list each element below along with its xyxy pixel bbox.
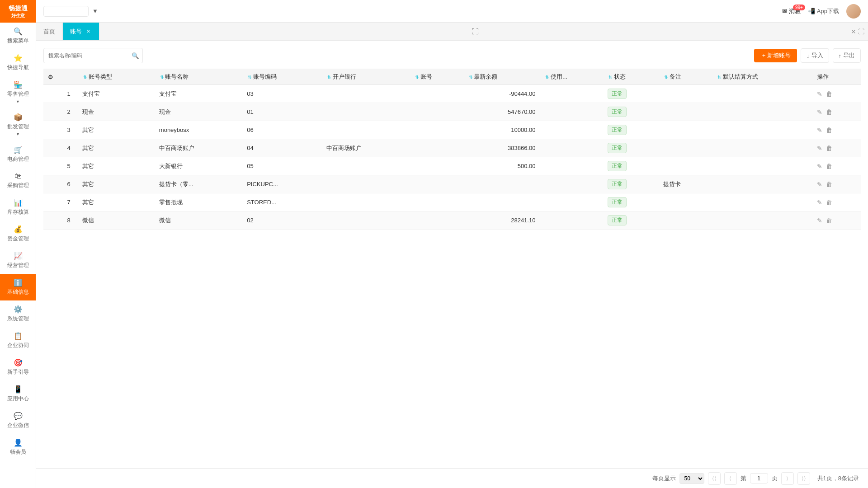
toolbar-right: + 新增账号 ↓ 导入 ↑ 导出 xyxy=(754,48,861,63)
sidebar-item-wholesale-mgmt[interactable]: 📦 批发管理 ▼ xyxy=(0,108,36,141)
pagination: 每页显示 50 20 100 ⟨⟨ ⟨ 第 页 ⟩ ⟩⟩ 共1页，8条记录 xyxy=(36,468,868,488)
sidebar-item-app-center[interactable]: 📱 应用中心 xyxy=(0,380,36,407)
status-badge: 正常 xyxy=(608,215,627,225)
app-download-button[interactable]: 📲 App下载 xyxy=(808,7,839,15)
delete-icon[interactable]: 🗑 xyxy=(826,127,832,134)
column-name[interactable]: ⇅ 账号名称 xyxy=(155,69,242,85)
status-badge: 正常 xyxy=(608,197,627,207)
tab-account[interactable]: 账号 ✕ xyxy=(63,23,99,40)
prev-page-button[interactable]: ⟨ xyxy=(724,472,737,485)
sidebar-item-sys-mgmt[interactable]: ⚙️ 系统管理 xyxy=(0,300,36,327)
column-balance-sort-icon: ⇅ xyxy=(469,75,472,80)
tab-expand-button[interactable]: ⛶ xyxy=(466,23,484,40)
row-num: 6 xyxy=(60,175,78,193)
sidebar-item-label: 企业协同 xyxy=(7,342,29,349)
column-gear[interactable]: ⚙ xyxy=(43,69,60,85)
row-account xyxy=(410,211,463,230)
delete-icon[interactable]: 🗑 xyxy=(826,181,832,188)
per-page-label: 每页显示 xyxy=(652,474,676,483)
row-usage xyxy=(540,139,603,157)
row-remark xyxy=(659,85,712,103)
row-status: 正常 xyxy=(603,157,659,175)
sidebar-item-quick-nav[interactable]: ⭐ 快捷导航 xyxy=(0,49,36,76)
row-num: 5 xyxy=(60,157,78,175)
edit-icon[interactable]: ✎ xyxy=(817,199,822,206)
user-avatar[interactable] xyxy=(846,4,861,19)
window-close-icon[interactable]: ✕ xyxy=(851,28,856,35)
sidebar-item-inventory[interactable]: 📊 库存核算 xyxy=(0,194,36,221)
row-num: 2 xyxy=(60,103,78,121)
edit-icon[interactable]: ✎ xyxy=(817,163,822,170)
delete-icon[interactable]: 🗑 xyxy=(826,90,832,98)
sidebar-item-new-guide[interactable]: 🎯 新手引导 xyxy=(0,354,36,380)
import-button[interactable]: ↓ 导入 xyxy=(801,48,829,63)
column-balance[interactable]: ⇅ 最新余额 xyxy=(463,69,540,85)
sidebar-item-label: 系统管理 xyxy=(7,315,29,323)
column-code[interactable]: ⇅ 账号编码 xyxy=(242,69,322,85)
table-row: 8 微信 微信 02 28241.10 正常 ✎ 🗑 xyxy=(43,211,861,230)
column-bank[interactable]: ⇅ 开户银行 xyxy=(322,69,410,85)
next-page-button[interactable]: ⟩ xyxy=(781,472,794,485)
column-status[interactable]: ⇅ 状态 xyxy=(603,69,659,85)
edit-icon[interactable]: ✎ xyxy=(817,90,822,98)
row-balance: -90444.00 xyxy=(463,85,540,103)
search-input[interactable] xyxy=(44,50,128,61)
import-label: 导入 xyxy=(811,52,823,60)
delete-icon[interactable]: 🗑 xyxy=(826,217,832,224)
first-page-button[interactable]: ⟨⟨ xyxy=(708,472,721,485)
message-button[interactable]: ✉ 消息 99+ xyxy=(782,7,801,15)
header-search-input[interactable] xyxy=(43,6,89,17)
row-num: 4 xyxy=(60,139,78,157)
column-remark[interactable]: ⇅ 备注 xyxy=(659,69,712,85)
column-account[interactable]: ⇅ 账号 xyxy=(410,69,463,85)
row-remark xyxy=(659,121,712,139)
sidebar-item-enterprise-wx[interactable]: 💬 企业微信 xyxy=(0,407,36,434)
column-type[interactable]: ⇅ 账号类型 xyxy=(78,69,155,85)
window-maximize-icon[interactable]: ⛶ xyxy=(858,28,864,35)
tab-expand-icon: ⛶ xyxy=(472,28,479,36)
search-button[interactable]: 🔍 xyxy=(128,48,142,63)
sidebar-item-basic-info[interactable]: ℹ️ 基础信息 xyxy=(0,274,36,300)
edit-icon[interactable]: ✎ xyxy=(817,127,822,134)
page-size-select[interactable]: 50 20 100 xyxy=(679,473,704,484)
top-header: ▼ ✉ 消息 99+ 📲 App下载 xyxy=(36,0,868,23)
edit-icon[interactable]: ✎ xyxy=(817,217,822,224)
edit-icon[interactable]: ✎ xyxy=(817,181,822,188)
last-page-button[interactable]: ⟩⟩ xyxy=(797,472,810,485)
row-gear xyxy=(43,157,60,175)
header-dropdown[interactable]: ▼ xyxy=(92,8,98,14)
row-action: ✎ 🗑 xyxy=(812,157,861,175)
header-search-area: ▼ xyxy=(43,6,98,17)
delete-icon[interactable]: 🗑 xyxy=(826,108,832,116)
row-type: 微信 xyxy=(78,211,155,230)
sidebar-item-ops-mgmt[interactable]: 📈 经营管理 xyxy=(0,247,36,274)
delete-icon[interactable]: 🗑 xyxy=(826,163,832,170)
edit-icon[interactable]: ✎ xyxy=(817,108,822,116)
tab-close-button[interactable]: ✕ xyxy=(85,28,92,35)
row-type: 其它 xyxy=(78,121,155,139)
sidebar-item-enterprise-agreement[interactable]: 📋 企业协同 xyxy=(0,327,36,354)
sidebar-item-purchase-mgmt[interactable]: 🛍 采购管理 xyxy=(0,168,36,194)
sidebar-item-retail-mgmt[interactable]: 🏪 零售管理 ▼ xyxy=(0,76,36,108)
sidebar-item-label: 资金管理 xyxy=(7,235,29,243)
main-content: ▼ ✉ 消息 99+ 📲 App下载 首页 账号 ✕ ⛶ xyxy=(36,0,868,488)
page-label: 第 xyxy=(741,474,746,483)
tab-home[interactable]: 首页 xyxy=(36,23,63,40)
row-action: ✎ 🗑 xyxy=(812,193,861,211)
sidebar-item-member[interactable]: 👤 畅会员 xyxy=(0,434,36,460)
table-row: 3 其它 moneybosx 06 10000.00 正常 ✎ 🗑 xyxy=(43,121,861,139)
add-account-button[interactable]: + 新增账号 xyxy=(754,49,797,62)
row-balance xyxy=(463,193,540,211)
page-input[interactable] xyxy=(750,473,768,483)
column-default-settlement[interactable]: ⇅ 默认结算方式 xyxy=(712,69,812,85)
table-row: 5 其它 大新银行 05 500.00 正常 ✎ 🗑 xyxy=(43,157,861,175)
edit-icon[interactable]: ✎ xyxy=(817,145,822,152)
sidebar-item-finance-mgmt[interactable]: 💰 资金管理 xyxy=(0,221,36,247)
sidebar-item-search-menu[interactable]: 🔍 搜索菜单 xyxy=(0,23,36,49)
delete-icon[interactable]: 🗑 xyxy=(826,199,832,206)
sidebar-item-ecom-mgmt[interactable]: 🛒 电商管理 xyxy=(0,141,36,168)
tab-home-label: 首页 xyxy=(43,28,55,36)
export-button[interactable]: ↑ 导出 xyxy=(833,48,861,63)
column-usage[interactable]: ⇅ 使用... xyxy=(540,69,603,85)
delete-icon[interactable]: 🗑 xyxy=(826,145,832,152)
